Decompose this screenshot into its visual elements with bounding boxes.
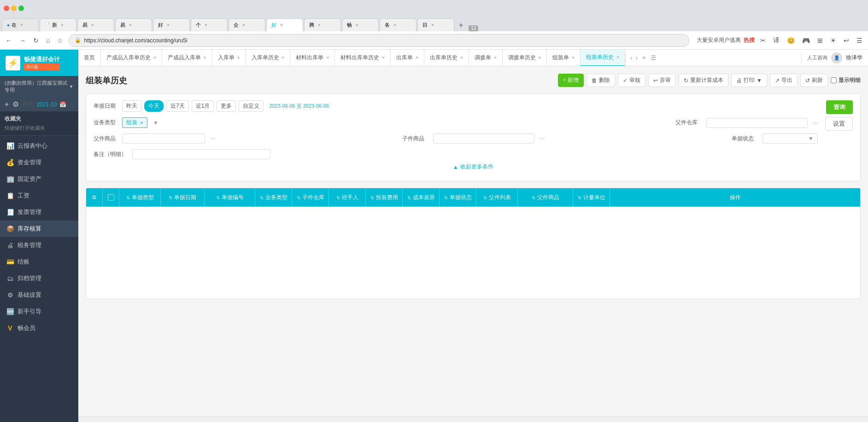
gear-settings-btn[interactable]: ⚙ xyxy=(12,100,19,109)
page-tab-produce-in-close[interactable]: × xyxy=(204,55,206,60)
sidebar-item-invoice[interactable]: 🧾 发票管理 xyxy=(0,204,78,220)
browser-tab-4[interactable]: 易 × xyxy=(115,18,152,31)
child-goods-input[interactable] xyxy=(433,133,534,144)
page-tab-produce-in[interactable]: 产成品入库单 × xyxy=(162,50,212,66)
page-tab-transfer[interactable]: 调拨单 × xyxy=(469,50,503,66)
cut-button[interactable]: ✂ xyxy=(758,35,768,46)
page-tab-material-out-close[interactable]: × xyxy=(326,55,329,60)
th-disassemble-fee[interactable]: ⇅ 拆装费用 xyxy=(366,188,403,207)
th-biz-type[interactable]: ⇅ 业务类型 xyxy=(255,188,292,207)
page-tab-inbound-history-close[interactable]: × xyxy=(282,55,285,60)
refresh-button[interactable]: ↻ xyxy=(31,35,41,46)
parent-warehouse-input[interactable] xyxy=(706,118,808,128)
new-tab-button[interactable]: + xyxy=(455,19,467,31)
parent-warehouse-more-icon[interactable]: ··· xyxy=(813,120,818,126)
browser-tab-active[interactable]: 好 × xyxy=(266,18,303,31)
browser-tab-5[interactable]: 好 × xyxy=(153,18,190,31)
sidebar-item-guide[interactable]: 🆕 新手引导 xyxy=(0,303,78,320)
refresh-button[interactable]: ↺ 刷新 xyxy=(800,74,828,87)
header-checkbox[interactable] xyxy=(108,194,114,201)
page-tab-material-out-history[interactable]: 材料出库单历史 × xyxy=(335,50,391,66)
settings-button[interactable]: 设置 xyxy=(825,117,853,131)
browser-tab-1[interactable]: ● 在 × xyxy=(2,18,39,31)
sidebar-item-fund[interactable]: 💰 资金管理 xyxy=(0,154,78,171)
sidebar-item-member[interactable]: V 畅会员 xyxy=(0,320,78,336)
page-tab-inbound[interactable]: 入库单 × xyxy=(212,50,246,66)
service-label[interactable]: 人工咨询 xyxy=(807,54,827,61)
th-bill-type[interactable]: ⇅ 单据类型 xyxy=(119,188,161,207)
sidebar-item-cloud-report[interactable]: 📊 云报表中心 xyxy=(0,138,78,154)
sidebar-item-inventory[interactable]: 📦 库存核算 xyxy=(0,220,78,237)
page-tab-outbound-history[interactable]: 出库单历史 × xyxy=(424,50,469,66)
th-parent-list[interactable]: ⇅ 父件列表 xyxy=(476,188,518,207)
th-bill-status[interactable]: ⇅ 单据状态 xyxy=(440,188,476,207)
parent-goods-input[interactable] xyxy=(122,133,205,144)
browser-tab-6[interactable]: 个 × xyxy=(191,18,228,31)
grid-button[interactable]: ⊞ xyxy=(815,35,825,46)
sidebar-item-checkout[interactable]: 💳 结账 xyxy=(0,254,78,270)
page-tab-outbound-close[interactable]: × xyxy=(416,55,418,60)
page-tab-assembly-history-close[interactable]: × xyxy=(616,55,619,60)
company-selector[interactable]: (勿删勿禁用）江西服宝测试专用 ▼ xyxy=(0,76,78,97)
th-parent-goods[interactable]: ⇅ 父件商品 xyxy=(518,188,573,207)
page-tab-material-out-history-close[interactable]: × xyxy=(382,55,385,60)
translate-button[interactable]: 译 xyxy=(771,35,781,46)
tabs-next-button[interactable]: › xyxy=(634,54,639,62)
home-button[interactable]: ⌂ xyxy=(44,35,52,46)
bill-status-dropdown[interactable]: ▼ xyxy=(762,133,818,144)
menu-button[interactable]: ☰ xyxy=(855,35,864,46)
sidebar-item-salary[interactable]: 📋 工资 xyxy=(0,187,78,204)
page-tab-produce-in-history[interactable]: 产成品入库单历史 × xyxy=(101,50,162,66)
page-tab-transfer-close[interactable]: × xyxy=(494,55,497,60)
th-handler[interactable]: ⇅ 经手人 xyxy=(329,188,366,207)
back-button[interactable]: ← xyxy=(4,35,14,46)
date-yesterday[interactable]: 昨天 xyxy=(122,100,141,112)
bookmark-button[interactable]: ☆ xyxy=(55,35,65,46)
th-bill-num[interactable]: ⇅ 单据编号 xyxy=(205,188,255,207)
page-tab-transfer-history-close[interactable]: × xyxy=(539,55,541,60)
tabs-close-all-button[interactable]: × xyxy=(639,54,648,62)
date-7days[interactable]: 近7天 xyxy=(166,100,189,112)
th-settings[interactable]: ⚙ xyxy=(86,188,103,207)
th-bill-date[interactable]: ⇅ 单据日期 xyxy=(161,188,205,207)
page-tab-home[interactable]: 首页 xyxy=(78,50,101,66)
page-tab-outbound[interactable]: 出库单 × xyxy=(391,50,424,66)
undo-button[interactable]: ↩ xyxy=(842,35,851,46)
biz-type-tag-close[interactable]: × xyxy=(140,120,143,126)
browser-tab-12[interactable]: 目 × xyxy=(417,18,454,31)
horizontal-scrollbar[interactable] xyxy=(78,416,868,422)
th-unit[interactable]: ⇅ 计量单位 xyxy=(573,188,610,207)
page-tab-inbound-close[interactable]: × xyxy=(237,55,240,60)
add-button[interactable]: + 新增 xyxy=(558,74,584,87)
sidebar-item-archive[interactable]: 🗂 归档管理 xyxy=(0,270,78,287)
page-tab-inbound-history[interactable]: 入库单历史 × xyxy=(246,50,291,66)
browser-tab-10[interactable]: 畅 × xyxy=(342,18,379,31)
sun-button[interactable]: ☀ xyxy=(828,35,838,46)
page-tab-assembly[interactable]: 组装单 × xyxy=(547,50,581,66)
page-tab-assembly-history[interactable]: 组装单历史 × xyxy=(581,50,625,66)
query-button[interactable]: 查询 xyxy=(826,100,853,114)
date-1month[interactable]: 近1月 xyxy=(192,100,214,112)
browser-tab-7[interactable]: 企 × xyxy=(229,18,265,31)
recalculate-button[interactable]: ↻ 重新计算成本 xyxy=(679,74,728,87)
page-tab-produce-in-history-close[interactable]: × xyxy=(153,55,156,60)
export-button[interactable]: ↗ 导出 xyxy=(770,74,798,87)
page-tab-assembly-close[interactable]: × xyxy=(572,55,575,60)
page-tab-material-out[interactable]: 材料出库单 × xyxy=(290,50,335,66)
parent-goods-more-icon[interactable]: ··· xyxy=(211,135,215,142)
abandon-button[interactable]: ↩ 弃审 xyxy=(648,74,676,87)
tabs-prev-button[interactable]: ‹ xyxy=(628,54,634,62)
collapse-conditions-button[interactable]: ▲ 收起更多条件 xyxy=(94,163,853,171)
add-settings-btn[interactable]: + xyxy=(5,100,9,109)
print-button[interactable]: 🖨 打印 ▼ xyxy=(731,74,767,87)
note-input[interactable] xyxy=(132,149,270,159)
date-today[interactable]: 今天 xyxy=(144,100,164,112)
th-checkbox[interactable] xyxy=(103,188,119,207)
page-tab-outbound-history-close[interactable]: × xyxy=(460,55,463,60)
audit-button[interactable]: ✓ 审核 xyxy=(618,74,645,87)
th-child-warehouse[interactable]: ⇅ 子件仓库 xyxy=(292,188,329,207)
browser-tab-3[interactable]: 易 × xyxy=(77,18,114,31)
biz-type-dropdown-icon[interactable]: ▼ xyxy=(153,120,158,126)
sidebar-item-tax[interactable]: 🖨 税务管理 xyxy=(0,237,78,254)
emoji-button[interactable]: 😊 xyxy=(785,35,797,46)
